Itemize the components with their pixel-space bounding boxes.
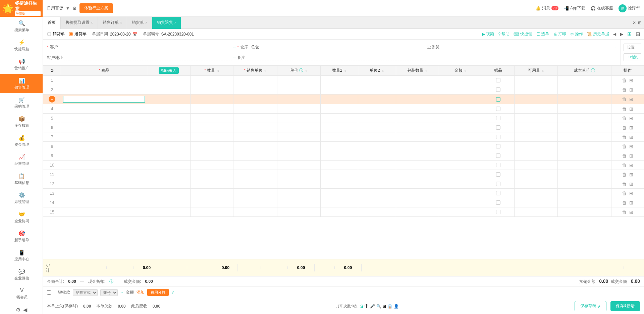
gift-checkbox-13[interactable]	[496, 191, 500, 195]
product-cell-7[interactable]	[61, 132, 147, 142]
sales-unit-cell-2[interactable]	[233, 85, 277, 95]
amount-cell-7[interactable]	[439, 132, 482, 142]
product-input-3[interactable]	[63, 96, 145, 103]
product-cell-1[interactable]	[61, 76, 147, 85]
salesperson-input[interactable]	[441, 44, 612, 50]
delete-row-btn-3[interactable]: 🗑	[622, 97, 627, 102]
gift-cell-13[interactable]	[482, 189, 514, 198]
app-download-item[interactable]: 📲 App下载	[564, 5, 585, 11]
unit-price-cell-4[interactable]	[277, 104, 321, 114]
copy-row-btn-7[interactable]: ⊞	[629, 134, 633, 140]
available-cell-11[interactable]	[515, 170, 558, 179]
delete-row-btn-12[interactable]: 🗑	[622, 181, 627, 187]
copy-row-btn-4[interactable]: ⊞	[629, 106, 633, 112]
collapse-icon[interactable]: ◀	[23, 307, 27, 313]
gift-cell-1[interactable]	[482, 76, 514, 85]
amount-cell-4[interactable]	[439, 104, 482, 114]
delete-row-btn-2[interactable]: 🗑	[622, 87, 627, 92]
delete-row-btn-4[interactable]: 🗑	[622, 106, 627, 112]
action-shortcut[interactable]: ⌨快捷键	[514, 31, 532, 37]
tab-sales-delivery-close[interactable]: ×	[145, 21, 147, 24]
sales-unit-cell-12[interactable]	[233, 179, 277, 189]
pack-qty-cell-4[interactable]	[396, 104, 439, 114]
quantity-cell-10[interactable]	[190, 161, 233, 170]
person-icon[interactable]: 👤	[394, 304, 399, 309]
prev-record-icon[interactable]: ◀	[613, 32, 616, 37]
sales-unit-cell-15[interactable]	[233, 207, 277, 217]
delete-row-btn-5[interactable]: 🗑	[622, 116, 627, 121]
qty2-cell-12[interactable]	[320, 179, 358, 189]
pack-qty-cell-8[interactable]	[396, 142, 439, 151]
available-cell-9[interactable]	[515, 151, 558, 161]
cost-unit-cell-14[interactable]	[557, 198, 611, 207]
view-toggle-grid[interactable]: ⊟	[636, 31, 640, 37]
address-input[interactable]	[64, 55, 232, 61]
copy-row-btn-2[interactable]: ⊞	[629, 87, 633, 92]
available-cell-4[interactable]	[515, 104, 558, 114]
gift-cell-15[interactable]	[482, 207, 514, 217]
amount-cell-9[interactable]	[439, 151, 482, 161]
action-operations[interactable]: ⚙操作	[570, 31, 583, 37]
scan-input-btn[interactable]: 扫码录入	[159, 67, 179, 74]
product-cell-4[interactable]	[61, 104, 147, 114]
unit2-cell-5[interactable]	[358, 114, 396, 123]
gift-cell-14[interactable]	[482, 198, 514, 207]
mic-icon[interactable]: 🎤	[370, 304, 375, 309]
copy-row-btn-14[interactable]: ⊞	[629, 200, 633, 205]
gift-cell-3[interactable]	[482, 95, 514, 104]
remark-input[interactable]	[247, 55, 426, 61]
qty2-cell-1[interactable]	[320, 76, 358, 85]
quantity-cell-9[interactable]	[190, 151, 233, 161]
experience-btn[interactable]: 体验行业方案	[79, 3, 113, 13]
cost-unit-cell-11[interactable]	[557, 170, 611, 179]
unit2-cell-1[interactable]	[358, 76, 396, 85]
account-select[interactable]: 账号	[100, 289, 118, 296]
action-history[interactable]: 📜历史单据	[587, 31, 609, 37]
qty2-cell-15[interactable]	[320, 207, 358, 217]
sidebar-item-basic[interactable]: 📋 基础信息	[0, 170, 43, 189]
pack-qty-cell-5[interactable]	[396, 114, 439, 123]
copy-row-btn-15[interactable]: ⊞	[629, 209, 633, 215]
cost-unit-cell-3[interactable]	[557, 95, 611, 104]
quantity-cell-7[interactable]	[190, 132, 233, 142]
unit2-cell-15[interactable]	[358, 207, 396, 217]
quantity-cell-12[interactable]	[190, 179, 233, 189]
pack-qty-cell-15[interactable]	[396, 207, 439, 217]
gift-cell-5[interactable]	[482, 114, 514, 123]
save-draft-btn[interactable]: 保存草稿 ∧	[575, 301, 606, 311]
fee-help-icon[interactable]: ?	[171, 290, 174, 295]
qty2-cell-2[interactable]	[320, 85, 358, 95]
unit2-cell-10[interactable]	[358, 161, 396, 170]
unit-price-cell-13[interactable]	[277, 189, 321, 198]
copy-row-btn-3[interactable]: ⊞	[629, 97, 633, 102]
unit2-cell-8[interactable]	[358, 142, 396, 151]
cost-unit-cell-9[interactable]	[557, 151, 611, 161]
gift-checkbox-15[interactable]	[496, 210, 500, 214]
tab-sales-order[interactable]: 销售订单 ×	[98, 17, 127, 29]
amount-cell-10[interactable]	[439, 161, 482, 170]
messages-item[interactable]: 🔔 消息 70	[536, 5, 558, 11]
quantity-cell-1[interactable]	[190, 76, 233, 85]
price-info-icon[interactable]: ⓘ	[299, 68, 303, 73]
gift-checkbox-7[interactable]	[496, 135, 500, 139]
sidebar-item-member[interactable]: V 畅会员	[0, 284, 43, 303]
gift-cell-12[interactable]	[482, 179, 514, 189]
sidebar-item-apps[interactable]: 📱 应用中心	[0, 246, 43, 265]
available-cell-12[interactable]	[515, 179, 558, 189]
sidebar-item-search[interactable]: 🔍 搜索菜单	[0, 17, 43, 36]
gift-checkbox-12[interactable]	[496, 182, 500, 186]
qty2-cell-6[interactable]	[320, 123, 358, 132]
gift-cell-7[interactable]	[482, 132, 514, 142]
product-cell-11[interactable]	[61, 170, 147, 179]
available-cell-1[interactable]	[515, 76, 558, 85]
amount-cell-13[interactable]	[439, 189, 482, 198]
available-cell-14[interactable]	[515, 198, 558, 207]
shirt-icon[interactable]: 👔	[387, 304, 392, 309]
qty2-cell-11[interactable]	[320, 170, 358, 179]
pack-qty-cell-13[interactable]	[396, 189, 439, 198]
gift-checkbox-3[interactable]	[496, 97, 500, 102]
qty2-cell-10[interactable]	[320, 161, 358, 170]
sales-unit-cell-8[interactable]	[233, 142, 277, 151]
tab-price-setup-close[interactable]: ×	[91, 21, 93, 24]
date-picker-icon[interactable]: 📅	[132, 32, 138, 37]
